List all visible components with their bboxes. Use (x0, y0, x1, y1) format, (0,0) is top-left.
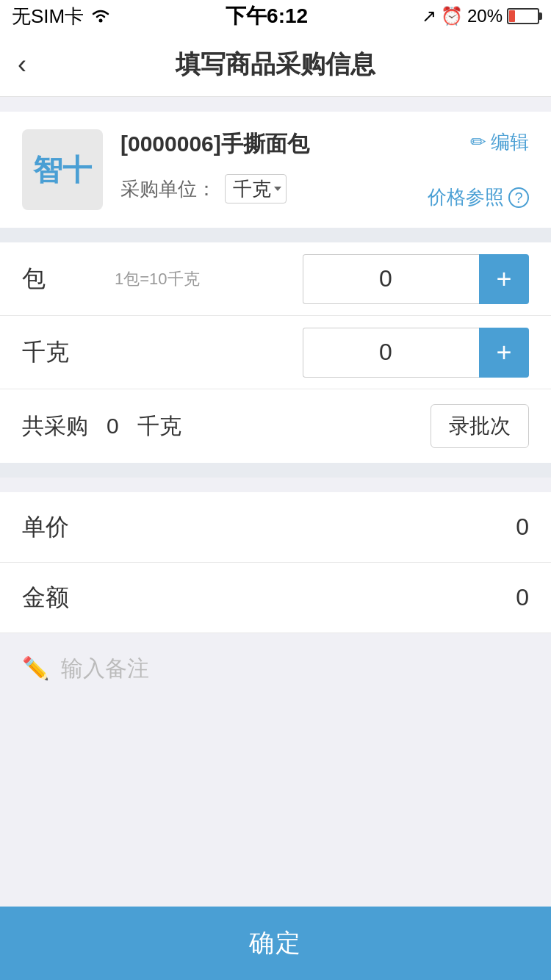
product-name: [0000006]手撕面包 (120, 129, 529, 159)
summary-text: 共采购 0 千克 (22, 411, 181, 442)
wifi-icon (90, 5, 112, 28)
amount-label: 金额 (22, 582, 69, 614)
page-title: 填写商品采购信息 (176, 48, 375, 82)
status-bar: 无SIM卡 下午6:12 ↗ ⏰ 20% (0, 0, 551, 32)
kg-label: 千克 (22, 336, 110, 369)
unit-price-value: 0 (516, 514, 529, 541)
summary-value: 0 (107, 414, 119, 438)
summary-prefix: 共采购 (22, 414, 88, 438)
pencil-icon: ✏️ (22, 655, 49, 681)
unit-select[interactable]: 千克 包 (225, 174, 287, 203)
edit-label: 编辑 (491, 129, 529, 155)
kg-plus-button[interactable]: + (479, 328, 529, 378)
status-right: ↗ ⏰ 20% (422, 6, 539, 26)
section-divider-1 (0, 228, 551, 242)
confirm-button[interactable]: 确定 (0, 907, 551, 980)
status-time: 下午6:12 (226, 2, 308, 30)
battery-icon (507, 8, 539, 24)
kg-input-row: 千克 + (0, 316, 551, 389)
unit-label: 采购单位： (120, 176, 216, 202)
amount-row: 金额 0 (0, 563, 551, 633)
info-icon: ? (508, 187, 529, 208)
input-section: 包 1包=10千克 + 千克 + (0, 242, 551, 389)
kg-input-controls: + (303, 328, 529, 378)
price-ref-label: 价格参照 (428, 184, 504, 210)
back-button[interactable]: ‹ (18, 49, 26, 80)
edit-button[interactable]: ✏ 编辑 (470, 129, 529, 155)
svg-point-0 (99, 18, 103, 22)
amount-value: 0 (516, 584, 529, 611)
section-divider-2 (0, 463, 551, 478)
batch-button[interactable]: 录批次 (431, 404, 529, 448)
alarm-icon: ⏰ (441, 6, 463, 26)
edit-pencil-icon: ✏ (470, 131, 486, 154)
location-icon: ↗ (422, 6, 436, 26)
status-left: 无SIM卡 (12, 4, 112, 29)
note-placeholder: 输入备注 (61, 654, 149, 684)
unit-price-row: 单价 0 (0, 492, 551, 563)
price-section: 单价 0 金额 0 (0, 492, 551, 633)
summary-unit: 千克 (137, 414, 181, 438)
unit-price-label: 单价 (22, 511, 69, 544)
bag-plus-button[interactable]: + (479, 254, 529, 304)
product-card: 智十 [0000006]手撕面包 采购单位： 千克 包 ✏ 编辑 价格参照 ? (0, 112, 551, 228)
bag-input-row: 包 1包=10千克 + (0, 242, 551, 316)
kg-quantity-input[interactable] (303, 328, 479, 378)
bag-label: 包 (22, 263, 110, 295)
battery-percent: 20% (467, 6, 503, 26)
price-ref-button[interactable]: 价格参照 ? (428, 184, 529, 210)
nav-bar: ‹ 填写商品采购信息 (0, 32, 551, 97)
bag-sublabel: 1包=10千克 (115, 268, 200, 290)
bag-quantity-input[interactable] (303, 254, 479, 304)
product-logo: 智十 (33, 150, 92, 190)
summary-row: 共采购 0 千克 录批次 (0, 389, 551, 463)
bag-input-controls: + (303, 254, 529, 304)
product-image: 智十 (22, 129, 103, 210)
note-section[interactable]: ✏️ 输入备注 (0, 633, 551, 810)
sim-status: 无SIM卡 (12, 4, 84, 29)
